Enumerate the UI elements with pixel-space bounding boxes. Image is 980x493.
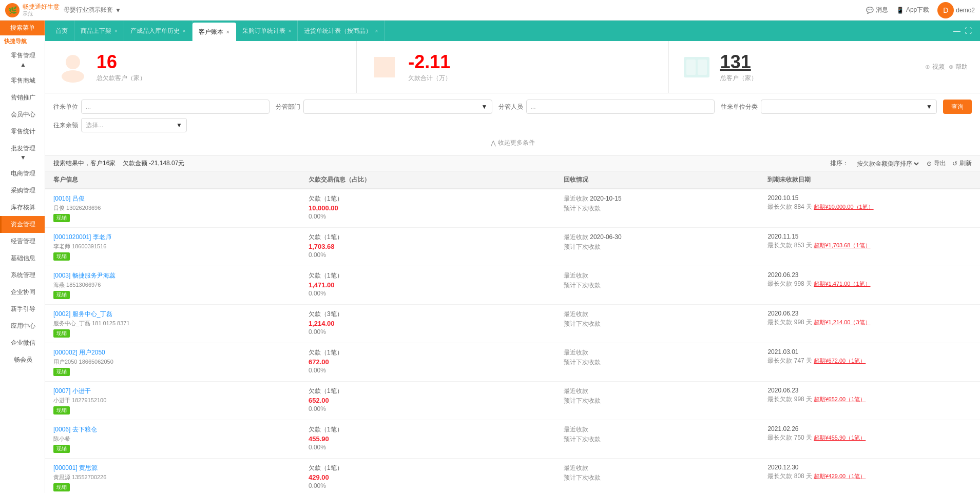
total-customers-number: 131 (720, 51, 757, 73)
sidebar-item-guide[interactable]: 新手引导 (0, 301, 45, 318)
debt-amount[interactable]: 652.00 (309, 397, 564, 404)
tab-home[interactable]: 首页 (49, 21, 74, 41)
sort-select[interactable]: 按欠款金额倒序排序 (855, 160, 920, 168)
sidebar-item-retail-mgmt[interactable]: 零售管理 ▲ (0, 47, 45, 72)
dept-select[interactable]: ▼ (303, 100, 492, 114)
company-selector[interactable]: 母婴行业演示账套 ▼ (64, 6, 121, 14)
tab-purchase-stats[interactable]: 采购订单统计表 × (236, 21, 298, 41)
recovery-info: 最近收款 预计下次收款 (564, 348, 768, 367)
overdue-date: 2020.11.15 (767, 233, 972, 240)
debt-percent: 0.00% (309, 405, 564, 412)
customer-contact: 李老师 18600391516 (53, 243, 309, 250)
customer-badge: 现销 (53, 406, 70, 415)
customer-name-link[interactable]: [000001] 黄思源 (53, 464, 309, 472)
sidebar: 搜索菜单 快捷导航 零售管理 ▲ 零售商城 营销推广 会员中心 零售统计 批发管… (0, 21, 45, 493)
collapse-filters-button[interactable]: ⋀ 收起更多条件 (53, 136, 972, 149)
customer-code: [0001020001] (53, 233, 91, 241)
customer-name-link[interactable]: [0007] 小进干 (53, 387, 309, 396)
tab-import-stats[interactable]: 进货单统计表（按商品） × (298, 21, 385, 41)
overdue-link[interactable]: 超期¥10,000.00（1笔） (814, 204, 873, 210)
minimize-icon[interactable]: — (953, 27, 960, 35)
tab-close-goods[interactable]: × (114, 28, 118, 34)
debt-percent: 0.00% (309, 290, 564, 297)
top-bar: 🌿 畅捷通好生意 示范 母婴行业演示账套 ▼ 💬 消息 📱 App下载 D (0, 0, 980, 21)
user-avatar[interactable]: D demo2 (937, 2, 975, 18)
debt-amount[interactable]: 1,703.68 (309, 243, 564, 250)
overdue-link[interactable]: 超期¥455.90（1笔） (814, 435, 866, 441)
balance-select[interactable]: 选择... ▼ (81, 118, 187, 132)
sidebar-item-retail-stats[interactable]: 零售统计 (0, 123, 45, 140)
sidebar-item-operation[interactable]: 经营管理 (0, 233, 45, 250)
refresh-button[interactable]: ↺ 刷新 (952, 159, 972, 168)
sidebar-item-batch-mgmt[interactable]: 批发管理 ▼ (0, 140, 45, 165)
page-content: 16 总欠款客户（家） -2.11 欠款合计（万） (45, 41, 980, 493)
debt-customers-icon (57, 52, 88, 83)
customer-name-link[interactable]: [0003] 畅捷服务尹海蕊 (53, 271, 309, 280)
tab-close-product-history[interactable]: × (183, 28, 186, 34)
customer-info: [0016] 吕俊 吕俊 13026203696 现销 (53, 194, 309, 222)
sidebar-item-app-center[interactable]: 应用中心 (0, 318, 45, 334)
customer-name-link[interactable]: [0016] 吕俊 (53, 194, 309, 203)
tab-customer-account[interactable]: 客户账本 × (193, 23, 236, 41)
overdue-link[interactable]: 超期¥652.00（1笔） (814, 396, 866, 402)
origin-unit-dots: ... (86, 103, 91, 110)
sidebar-quick-nav[interactable]: 快捷导航 (0, 35, 45, 47)
customer-name-link[interactable]: [0002] 服务中心_丁磊 (53, 310, 309, 319)
app-download-button[interactable]: 📱 App下载 (896, 6, 929, 14)
export-button[interactable]: ⊙ 导出 (927, 159, 946, 168)
search-button[interactable]: 查询 (943, 100, 972, 114)
filter-dept: 分管部门 ▼ (276, 100, 492, 114)
customer-name-link[interactable]: [0001020001] 李老师 (53, 233, 309, 242)
debt-amount[interactable]: 1,471.00 (309, 281, 564, 289)
sidebar-item-purchase[interactable]: 采购管理 (0, 182, 45, 199)
sidebar-item-vip[interactable]: 畅会员 (0, 351, 45, 368)
customer-name: 服务中心_丁磊 (72, 310, 113, 318)
overdue-detail: 最长欠款 808 天 超期¥429.00（1笔） (767, 472, 972, 481)
tab-close-import-stats[interactable]: × (375, 28, 378, 34)
overdue-link[interactable]: 超期¥429.00（1笔） (814, 473, 866, 479)
origin-unit-input[interactable]: ... (81, 100, 270, 114)
balance-placeholder: 选择... (86, 121, 103, 130)
sidebar-item-system[interactable]: 系统管理 (0, 267, 45, 284)
stat-body-customers: 131 总客户（家） (720, 51, 757, 83)
help-action[interactable]: ⊙ 帮助 (949, 63, 968, 71)
tab-product-history[interactable]: 产成品入库单历史 × (124, 21, 193, 41)
overdue-info: 2020.06.23 最长欠款 998 天 超期¥1,214.00（3笔） (767, 310, 972, 327)
sidebar-item-marketing[interactable]: 营销推广 (0, 89, 45, 106)
sidebar-item-ecommerce[interactable]: 电商管理 (0, 165, 45, 182)
sidebar-search[interactable]: 搜索菜单 (0, 21, 45, 35)
sidebar-item-inventory[interactable]: 库存核算 (0, 199, 45, 216)
customer-name: 黄思源 (79, 464, 98, 471)
video-action[interactable]: ⊙ 视频 (925, 63, 944, 71)
customer-info: [0003] 畅捷服务尹海蕊 海燕 18513066976 现销 (53, 271, 309, 299)
customer-name-link[interactable]: [000002] 用户2050 (53, 348, 309, 357)
debt-amount[interactable]: 1,214.00 (309, 320, 564, 327)
overdue-link[interactable]: 超期¥672.00（1笔） (814, 358, 866, 364)
debt-total-label: 欠款合计（万） (408, 74, 451, 83)
overdue-link[interactable]: 超期¥1,214.00（3笔） (814, 319, 870, 325)
recovery-info: 最近收款 预计下次收款 (564, 387, 768, 405)
tab-close-purchase-stats[interactable]: × (289, 28, 292, 34)
overdue-link[interactable]: 超期¥1,703.68（1笔） (814, 242, 870, 248)
sidebar-item-retail-mall[interactable]: 零售商城 (0, 72, 45, 89)
debt-amount[interactable]: 672.00 (309, 358, 564, 366)
person-input[interactable]: ... (526, 100, 715, 114)
tab-close-customer-account[interactable]: × (226, 29, 229, 35)
debt-amount[interactable]: 429.00 (309, 474, 564, 481)
recovery-info: 最近收款 预计下次收款 (564, 464, 768, 482)
overdue-link[interactable]: 超期¥1,471.00（1笔） (814, 281, 870, 287)
sidebar-item-member[interactable]: 会员中心 (0, 106, 45, 123)
debt-amount[interactable]: 10,000.00 (309, 204, 564, 212)
sidebar-item-enterprise[interactable]: 企业协同 (0, 284, 45, 301)
sidebar-item-finance[interactable]: 资金管理 (0, 216, 45, 233)
message-button[interactable]: 💬 消息 (866, 6, 888, 14)
avatar-image: D (937, 2, 954, 18)
sidebar-item-base-info[interactable]: 基础信息 (0, 250, 45, 267)
debt-amount[interactable]: 455.90 (309, 435, 564, 443)
category-select[interactable]: ▼ (761, 100, 937, 114)
customer-code: [0007] (53, 387, 70, 395)
customer-name-link[interactable]: [0006] 去下粮仓 (53, 425, 309, 434)
sidebar-item-wechat[interactable]: 企业微信 (0, 334, 45, 351)
tab-goods[interactable]: 商品上下架 × (74, 21, 124, 41)
maximize-icon[interactable]: ⛶ (965, 27, 972, 35)
